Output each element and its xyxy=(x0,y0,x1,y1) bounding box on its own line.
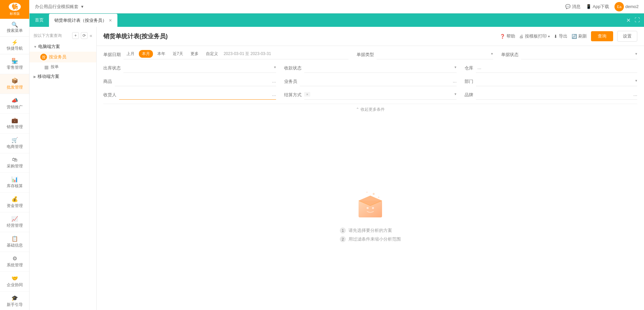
sidebar-item-basic-info[interactable]: 📋 基础信息 xyxy=(0,232,29,252)
doc-type-control[interactable]: ▾ xyxy=(377,50,493,59)
date-btn-last-7days[interactable]: 近7天 xyxy=(170,50,186,58)
user-profile[interactable]: Ea demo2 xyxy=(614,2,639,11)
guide-icon: 🎓 xyxy=(11,295,18,301)
doc-type-filter-item: 单据类型 ▾ xyxy=(357,50,493,59)
help-icon: ❓ xyxy=(500,34,505,39)
svg-point-8 xyxy=(372,207,374,209)
message-btn[interactable]: 💬 消息 xyxy=(565,4,581,10)
payment-status-arrow: ▾ xyxy=(454,65,457,69)
refresh-scheme-btn[interactable]: ⟳ xyxy=(81,32,88,39)
sidebar-item-sales[interactable]: 💼 销售管理 xyxy=(0,114,29,134)
filter-row-4: 收货人 ... 结算方式 xyxy=(103,90,637,100)
brand-control[interactable]: ... xyxy=(476,90,637,100)
tab-close-icon[interactable]: ✕ xyxy=(109,18,112,23)
app-logo[interactable]: 畅 标准版 xyxy=(0,0,29,19)
app-download-btn[interactable]: 📱 App下载 xyxy=(586,4,609,10)
salesperson-dropdown[interactable]: ... xyxy=(300,78,457,84)
sidebar-label-marketing: 营销推广 xyxy=(7,104,23,110)
date-label: 单据日期 xyxy=(103,52,121,58)
sidebar-item-wholesale[interactable]: 📦 批发管理 xyxy=(0,74,29,94)
date-range-display: 2023-03-01 至 2023-03-31 xyxy=(224,51,271,57)
left-panel-actions: + ⟳ « xyxy=(72,32,92,39)
settlement-dropdown[interactable]: × ▾ xyxy=(304,92,457,97)
settlement-tag-close[interactable]: × xyxy=(306,92,308,96)
sidebar-item-system[interactable]: ⚙ 系统管理 xyxy=(0,252,29,272)
out-status-dropdown[interactable]: ▾ xyxy=(123,65,276,69)
tab-sales-report[interactable]: 销货单统计表（按业务员） ✕ xyxy=(49,14,117,27)
tree-grandchild-order[interactable]: ▦ 按单 xyxy=(30,62,96,71)
consignee-control[interactable]: ... xyxy=(119,90,276,100)
brand-dropdown[interactable]: ... xyxy=(476,92,637,97)
salesperson-filter-item: 业务员 ... xyxy=(284,77,457,86)
refresh-label: 刷新 xyxy=(578,33,587,39)
export-btn[interactable]: ⬇ 导出 xyxy=(554,33,568,39)
warehouse-dropdown[interactable]: ... xyxy=(476,65,637,70)
sidebar-item-guide[interactable]: 🎓 新手引导 xyxy=(0,292,29,310)
sidebar-search[interactable]: 🔍 搜索菜单 xyxy=(0,19,29,37)
help-btn[interactable]: ❓ 帮助 xyxy=(500,33,515,39)
goods-dropdown[interactable]: ... xyxy=(115,78,276,84)
svg-point-5 xyxy=(378,197,379,198)
tab-home[interactable]: 首页 xyxy=(30,13,49,27)
template-print-btn[interactable]: 🖨 按模板打印 ▾ xyxy=(519,33,550,39)
sidebar-item-operations[interactable]: 📈 经营管理 xyxy=(0,212,29,232)
industry-dropdown[interactable]: ▾ xyxy=(81,4,84,9)
sidebar-item-marketing[interactable]: 📣 营销推广 xyxy=(0,94,29,114)
avatar-initials: Ea xyxy=(617,5,622,9)
salesperson-control[interactable]: ... xyxy=(300,77,457,86)
sidebar-item-finance[interactable]: 💰 资金管理 xyxy=(0,193,29,212)
header-left: 办公用品行业模拟账套 ▾ xyxy=(35,4,84,10)
dept-dropdown[interactable]: ▾ xyxy=(476,79,637,83)
brand-dots[interactable]: ... xyxy=(633,92,637,97)
tree-pc-parent[interactable]: ▼ 电脑端方案 xyxy=(30,42,96,52)
sidebar-item-ecommerce[interactable]: 🛒 电商管理 xyxy=(0,134,29,153)
page-title-row: 销货单统计表(按业务员) ❓ 帮助 🖨 按模板打印 ▾ ⬇ xyxy=(103,31,637,42)
tree-mobile-parent[interactable]: ▶ 移动端方案 xyxy=(30,71,96,82)
date-btn-this-year[interactable]: 本年 xyxy=(154,50,168,58)
warehouse-dots[interactable]: ... xyxy=(477,65,481,70)
download-icon: 📱 xyxy=(586,4,591,9)
payment-status-dropdown[interactable]: ▾ xyxy=(304,65,457,69)
tab-maximize-icon[interactable]: ⛶ xyxy=(633,16,641,24)
doc-type-label: 单据类型 xyxy=(357,52,374,58)
goods-dots[interactable]: ... xyxy=(272,78,276,84)
sidebar-item-purchase[interactable]: 🛍 采购管理 xyxy=(0,153,29,173)
retail-icon: 🏪 xyxy=(11,58,18,64)
date-btn-custom[interactable]: 自定义 xyxy=(203,50,221,58)
sidebar-item-inventory[interactable]: 📊 库存核算 xyxy=(0,173,29,193)
warehouse-control[interactable]: ... xyxy=(476,63,637,73)
collapse-more-btn[interactable]: ⌃ 收起更多条件 xyxy=(103,104,637,115)
payment-status-control[interactable]: ▾ xyxy=(304,63,457,73)
sidebar-item-enterprise[interactable]: 🤝 企业协同 xyxy=(0,272,29,292)
tree-child-salesperson[interactable]: 按 按业务员 xyxy=(30,52,96,62)
add-scheme-btn[interactable]: + xyxy=(72,32,79,39)
out-status-control[interactable]: ▾ xyxy=(123,63,276,73)
tab-minimize-icon[interactable]: ✕ xyxy=(625,16,632,25)
settings-button[interactable]: 设置 xyxy=(617,31,637,42)
header-right: 💬 消息 📱 App下载 Ea demo2 xyxy=(565,2,639,11)
sidebar-quick-nav[interactable]: ⚡ 快捷导航 xyxy=(0,37,29,54)
dept-label: 部门 xyxy=(465,79,473,85)
wholesale-icon: 📦 xyxy=(11,78,18,84)
dept-control[interactable]: ▾ xyxy=(476,77,637,86)
svg-point-4 xyxy=(373,193,375,195)
doc-type-dropdown[interactable]: ▾ xyxy=(377,52,493,56)
print-dropdown-icon: ▾ xyxy=(548,35,550,38)
goods-control[interactable]: ... xyxy=(115,77,276,86)
sidebar-nav: 🏪 零售管理 📦 批发管理 📣 营销推广 💼 销售管理 🛒 电商管理 🛍 采购管… xyxy=(0,54,29,310)
sidebar-item-retail[interactable]: 🏪 零售管理 xyxy=(0,54,29,74)
consignee-dots[interactable]: ... xyxy=(272,92,276,97)
doc-status-label: 单据状态 xyxy=(501,52,519,58)
doc-status-control[interactable]: ▾ xyxy=(521,50,637,59)
consignee-dropdown[interactable]: ... xyxy=(119,92,276,97)
tree-mobile-expand-icon: ▶ xyxy=(34,75,36,79)
refresh-page-btn[interactable]: 🔄 刷新 xyxy=(572,33,587,39)
date-btn-this-month[interactable]: 本月 xyxy=(139,50,153,58)
query-button[interactable]: 查询 xyxy=(591,31,613,41)
date-btn-last-month[interactable]: 上月 xyxy=(123,50,138,58)
settlement-control[interactable]: × ▾ xyxy=(304,90,457,100)
collapse-panel-btn[interactable]: « xyxy=(90,33,92,38)
doc-status-dropdown[interactable]: ▾ xyxy=(521,52,637,56)
date-btn-more[interactable]: 更多 xyxy=(187,50,202,58)
salesperson-dots[interactable]: ... xyxy=(453,78,457,84)
